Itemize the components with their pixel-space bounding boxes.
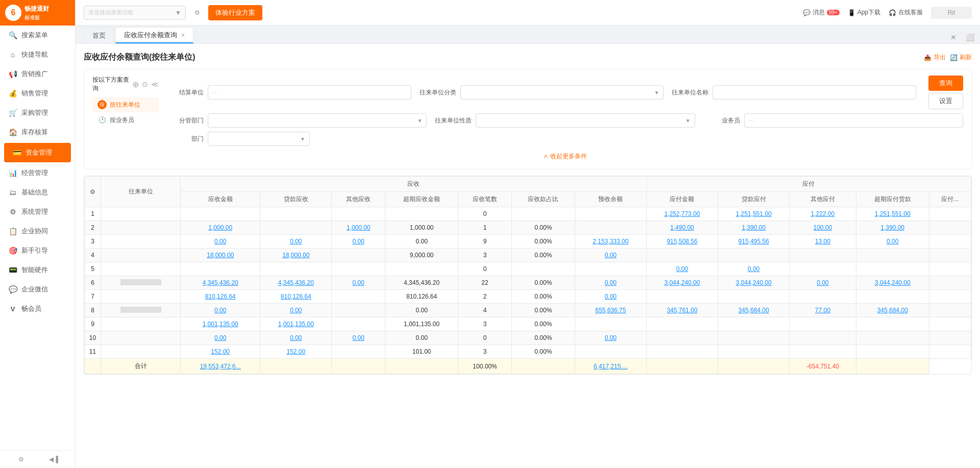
table-cell[interactable]: 0.00 [332, 276, 385, 290]
edit-scheme-icon[interactable]: ⊙ [142, 80, 148, 88]
table-cell[interactable]: 1,222.00 [790, 207, 856, 221]
table-cell[interactable]: 0.00 [575, 276, 646, 290]
table-cell[interactable]: 0.00 [260, 235, 332, 249]
table-cell[interactable]: 0.00 [646, 262, 718, 276]
user-avatar[interactable]: Rit [931, 7, 972, 19]
table-cell[interactable]: 0.00 [790, 276, 856, 290]
export-btn[interactable]: 📤 导出 [924, 53, 946, 62]
scheme-wanglai[interactable]: 按 按往来单位 [92, 97, 159, 112]
sidebar-item-label: 企业微信 [21, 285, 48, 294]
table-cell[interactable]: 345,684.00 [718, 304, 790, 317]
wanglai-xingzhi-input[interactable]: ▼ [476, 113, 695, 128]
query-btn[interactable]: 查询 [928, 76, 963, 91]
table-cell[interactable]: 0.00 [181, 304, 260, 317]
refresh-btn[interactable]: 🔄 刷新 [950, 53, 972, 62]
sidebar-item-system[interactable]: ⚙ 系统管理 [0, 202, 75, 221]
sidebar-item-inventory[interactable]: 🏠 库存核算 [0, 122, 75, 142]
table-cell[interactable]: 4,345,436.20 [181, 276, 260, 290]
sidebar-item-quicknav[interactable]: ⌂ 快捷导航 [0, 45, 75, 64]
table-cell[interactable]: 152.00 [260, 345, 332, 359]
table-settings-icon[interactable]: ⚙ [90, 188, 95, 195]
bumen-input[interactable]: ▼ [208, 132, 310, 146]
table-cell[interactable]: 0.00 [575, 249, 646, 262]
set-btn[interactable]: 设置 [928, 93, 963, 109]
table-cell[interactable]: 3,044,240.00 [856, 276, 929, 290]
table-cell[interactable]: 77.00 [790, 304, 856, 317]
table-settings-th[interactable]: ⚙ [85, 177, 101, 207]
table-cell[interactable]: 1,251,551.00 [856, 207, 929, 221]
topbar-gear-btn[interactable]: ⚙ [190, 6, 204, 20]
sidebar-item-basic[interactable]: 🗂 基础信息 [0, 183, 75, 202]
online-service-btn[interactable]: 🎧 在线客服 [889, 8, 923, 17]
table-cell[interactable]: 0.00 [332, 331, 385, 345]
table-cell[interactable]: 1,001,135.00 [260, 317, 332, 331]
sidebar-item-corp[interactable]: 📋 企业协同 [0, 221, 75, 241]
wanglai-mingcheng-input[interactable] [713, 85, 916, 100]
collapse-btn[interactable]: ∧ 收起更多条件 [167, 150, 963, 163]
sidebar-collapse-btn[interactable]: ◀▐ [38, 456, 70, 463]
table-cell[interactable]: 0.00 [332, 235, 385, 249]
breadcrumb-dropdown[interactable]: 请选择或搜索功能 ▼ [84, 6, 186, 20]
app-download-btn[interactable]: 📱 App下载 [848, 8, 880, 17]
table-cell[interactable]: 1,001,135.00 [181, 317, 260, 331]
table-cell[interactable]: 345,684.00 [856, 304, 929, 317]
table-cell[interactable]: 152.00 [181, 345, 260, 359]
table-cell[interactable]: 810,126.64 [181, 290, 260, 304]
table-cell[interactable]: 915,508.56 [646, 235, 718, 249]
yewuyuan-input[interactable] [744, 113, 963, 128]
add-scheme-icon[interactable]: ⊕ [132, 80, 139, 89]
tab-active[interactable]: 应收应付余额查询 × [115, 27, 193, 43]
table-cell[interactable]: 1,251,551.00 [718, 207, 790, 221]
table-cell[interactable]: 655,636.75 [575, 304, 646, 317]
wanglai-fenlei-input[interactable]: ▼ [460, 85, 664, 100]
table-cell[interactable]: 18,000.00 [181, 249, 260, 262]
table-cell[interactable]: 0.00 [181, 235, 260, 249]
scheme-more-icon[interactable]: ≪ [151, 80, 159, 88]
table-cell[interactable]: 3,044,240.00 [718, 276, 790, 290]
table-cell[interactable]: 1,390.00 [856, 221, 929, 235]
table-cell[interactable]: 100.00 [790, 221, 856, 235]
sidebar-settings-btn[interactable]: ⚙ [5, 456, 38, 463]
sidebar-item-wechat[interactable]: 💬 企业微信 [0, 280, 75, 299]
table-cell[interactable]: 3,044,240.00 [646, 276, 718, 290]
table-cell[interactable]: 1,390.00 [718, 221, 790, 235]
table-cell[interactable]: 810,126.64 [260, 290, 332, 304]
total-payable-amount[interactable]: 6,417,215.... [575, 359, 646, 374]
tab-maximize-btn[interactable]: ⬜ [964, 31, 976, 43]
solution-btn[interactable]: 体验行业方案 [208, 5, 262, 20]
scheme-yewuyuan[interactable]: 🕐 按业务员 [92, 112, 159, 128]
table-cell[interactable]: 0.00 [575, 331, 646, 345]
table-cell[interactable]: 0.00 [575, 290, 646, 304]
table-cell[interactable]: 0.00 [718, 262, 790, 276]
table-cell[interactable]: 345,761.00 [646, 304, 718, 317]
table-cell[interactable]: 1,000.00 [181, 221, 260, 235]
message-btn[interactable]: 💬 消息 99+ [803, 8, 840, 17]
table-cell[interactable]: 4,345,436.20 [260, 276, 332, 290]
sidebar-item-hardware[interactable]: 📟 智能硬件 [0, 260, 75, 280]
tab-home[interactable]: 首页 [84, 27, 114, 43]
tab-close-btn[interactable]: × [181, 32, 185, 39]
sidebar-item-search[interactable]: 🔍 搜索菜单 [0, 26, 75, 45]
tab-close-window-btn[interactable]: ✕ [947, 31, 960, 43]
sidebar-item-sales[interactable]: 💰 销售管理 [0, 84, 75, 103]
sidebar-item-member[interactable]: V 畅会员 [0, 299, 75, 318]
table-cell[interactable]: 2,153,333.00 [575, 235, 646, 249]
total-receivable-amount[interactable]: 19,553,472,6... [181, 359, 260, 374]
table-cell[interactable]: 915,495.56 [718, 235, 790, 249]
table-cell[interactable]: 0.00 [181, 331, 260, 345]
sidebar-item-operation[interactable]: 📊 经营管理 [0, 163, 75, 183]
sidebar-item-marketing[interactable]: 📢 营销推广 [0, 64, 75, 84]
table-cell[interactable]: 13.00 [790, 235, 856, 249]
table-cell[interactable]: 0.00 [260, 304, 332, 317]
table-cell[interactable]: 18,000.00 [260, 249, 332, 262]
fenguan-bumen-input[interactable]: ▼ [208, 113, 427, 128]
table-cell[interactable]: 0.00 [856, 235, 929, 249]
jiesuan-danwei-input[interactable] [208, 85, 411, 100]
sidebar-item-finance[interactable]: 💳 资金管理 [4, 143, 71, 162]
sidebar-item-guide[interactable]: 🎯 新手引导 [0, 241, 75, 260]
table-cell[interactable]: 1,000.00 [332, 221, 385, 235]
table-cell[interactable]: 1,490.00 [646, 221, 718, 235]
sidebar-item-purchase[interactable]: 🛒 采购管理 [0, 103, 75, 122]
table-cell[interactable]: 0.00 [260, 331, 332, 345]
table-cell[interactable]: 1,252,773.00 [646, 207, 718, 221]
